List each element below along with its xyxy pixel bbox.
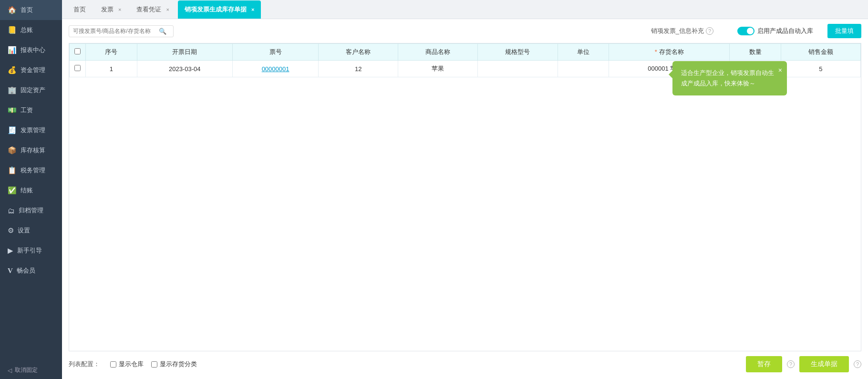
search-box[interactable]: 🔍 [69, 25, 174, 37]
settings-icon: ⚙ [8, 226, 14, 235]
show-stock-category-checkbox[interactable] [151, 361, 157, 368]
sidebar: 🏠 首页 📒 总账 📊 报表中心 💰 资金管理 🏢 固定资产 💵 工资 🧾 发票… [0, 0, 62, 379]
row-unit [558, 61, 609, 77]
sidebar-item-tax[interactable]: 📋 税务管理 [0, 160, 62, 180]
sidebar-item-invoices[interactable]: 🧾 发票管理 [0, 120, 62, 140]
toolbar-row: 🔍 销项发票_信息补充 ? 启用产成品自动入库 批量填 [69, 24, 861, 38]
header-stock-name: * 存货名称 [609, 44, 730, 61]
row-date: 2023-03-04 [137, 61, 232, 77]
home-icon: 🏠 [8, 6, 17, 14]
tab-generate-inventory-close[interactable]: × [251, 7, 254, 12]
header-checkbox-cell[interactable] [70, 44, 86, 61]
generate-button[interactable]: 生成单据 [799, 356, 849, 372]
select-all-checkbox[interactable] [74, 48, 81, 54]
row-spec [478, 61, 558, 77]
tab-voucher-close[interactable]: × [166, 7, 169, 12]
header-date: 开票日期 [137, 44, 232, 61]
header-spec: 规格型号 [478, 44, 558, 61]
tab-invoice[interactable]: 发票 × [94, 0, 128, 19]
sidebar-item-guide[interactable]: ▶ 新手引导 [0, 241, 62, 261]
row-checkbox-cell[interactable] [70, 61, 86, 77]
footer-actions: 暂存 ? 生成单据 ? [746, 356, 861, 372]
ledger-icon: 📒 [8, 26, 17, 34]
save-help-icon[interactable]: ? [787, 360, 795, 368]
toggle-area: 启用产成品自动入库 [737, 27, 813, 35]
table-header-row: 序号 开票日期 票号 客户名称 商品名称 规格型号 单位 * 存货名称 数量 销… [70, 44, 861, 61]
archive-icon: 🗂 [8, 207, 15, 215]
header-goods-name: 商品名称 [398, 44, 478, 61]
funds-icon: 💰 [8, 66, 17, 74]
tab-voucher[interactable]: 查看凭证 × [130, 0, 176, 19]
header-amount: 销售金额 [781, 44, 860, 61]
info-help-icon[interactable]: ? [706, 27, 713, 35]
assets-icon: 🏢 [8, 86, 17, 95]
footer-row: 列表配置： 显示仓库 显示存货分类 暂存 ? 生成单据 ? [69, 351, 861, 374]
tab-home[interactable]: 首页 [67, 0, 93, 19]
tab-generate-inventory[interactable]: 销项发票生成库存单据 × [178, 0, 261, 19]
tab-invoice-close[interactable]: × [118, 7, 121, 12]
search-icon: 🔍 [159, 28, 166, 35]
row-amount: 5 [781, 61, 860, 77]
sidebar-item-vip[interactable]: V 畅会员 [0, 261, 62, 281]
show-stock-category-checkbox-label[interactable]: 显示存货分类 [151, 360, 197, 368]
tooltip-popup: × 适合生产型企业，销项发票自动生成产成品入库，快来体验～ [672, 61, 787, 95]
main-panel: 首页 发票 × 查看凭证 × 销项发票生成库存单据 × 🔍 销项发票_信息补充 … [62, 0, 868, 379]
unpin-button[interactable]: ◁ 取消固定 [0, 361, 62, 379]
info-label: 销项发票_信息补充 ? [651, 27, 713, 35]
row-seq: 1 [86, 61, 137, 77]
unpin-icon: ◁ [8, 367, 12, 374]
row-customer: 12 [319, 61, 398, 77]
reports-icon: 📊 [8, 46, 17, 54]
batch-fill-button[interactable]: 批量填 [827, 24, 861, 38]
show-warehouse-checkbox[interactable] [110, 361, 116, 368]
header-ticket-no: 票号 [232, 44, 318, 61]
sidebar-item-funds[interactable]: 💰 资金管理 [0, 60, 62, 80]
sidebar-item-settings[interactable]: ⚙ 设置 [0, 221, 62, 241]
guide-icon: ▶ [8, 246, 13, 255]
header-unit: 单位 [558, 44, 609, 61]
salary-icon: 💵 [8, 106, 17, 115]
sidebar-item-home[interactable]: 🏠 首页 [0, 0, 62, 20]
header-customer: 客户名称 [319, 44, 398, 61]
sidebar-item-checkout[interactable]: ✅ 结账 [0, 180, 62, 200]
tax-icon: 📋 [8, 166, 17, 175]
sidebar-item-reports[interactable]: 📊 报表中心 [0, 40, 62, 60]
sidebar-item-assets[interactable]: 🏢 固定资产 [0, 80, 62, 100]
generate-help-icon[interactable]: ? [854, 360, 861, 368]
sidebar-item-ledger[interactable]: 📒 总账 [0, 20, 62, 40]
search-input[interactable] [73, 28, 159, 34]
row-checkbox[interactable] [74, 65, 81, 71]
tooltip-close-button[interactable]: × [778, 65, 782, 76]
header-seq: 序号 [86, 44, 137, 61]
save-button[interactable]: 暂存 [746, 356, 782, 372]
header-qty: 数量 [730, 44, 781, 61]
sidebar-item-inventory[interactable]: 📦 库存核算 [0, 140, 62, 160]
sidebar-item-archive[interactable]: 🗂 归档管理 [0, 200, 62, 221]
sidebar-item-salary[interactable]: 💵 工资 [0, 100, 62, 120]
vip-icon: V [8, 267, 13, 275]
show-warehouse-checkbox-label[interactable]: 显示仓库 [110, 360, 144, 368]
auto-stock-toggle[interactable] [737, 27, 754, 35]
tab-bar: 首页 发票 × 查看凭证 × 销项发票生成库存单据 × [62, 0, 868, 19]
row-ticket-no[interactable]: 00000001 [232, 61, 318, 77]
checkout-icon: ✅ [8, 186, 17, 195]
invoices-icon: 🧾 [8, 126, 17, 135]
inventory-icon: 📦 [8, 146, 17, 155]
row-goods-name: 苹果 [398, 61, 478, 77]
